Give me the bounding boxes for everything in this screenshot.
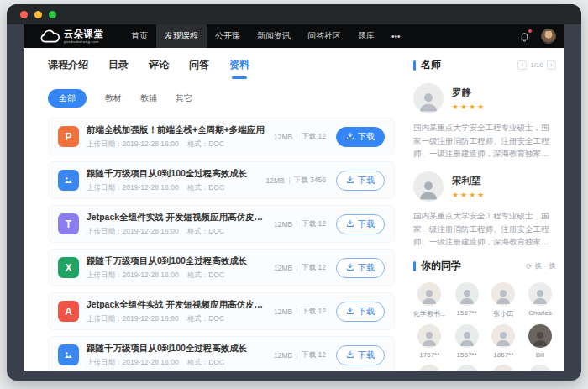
- material-meta: 上传日期：2019-12-28 16:00格式：DOC: [87, 314, 267, 324]
- classmate-avatar: [528, 365, 552, 371]
- teacher-info: 罗静 ★★★★: [452, 87, 486, 111]
- classmate-item[interactable]: 1867**: [487, 324, 519, 359]
- material-title[interactable]: 跟随千万级项目从0到100全过程高效成长: [87, 255, 247, 267]
- classmate-item[interactable]: 张小田: [487, 282, 519, 318]
- material-title[interactable]: Jetpack全组件实战 开发短视频应用高仿皮皮虾App: [87, 299, 267, 311]
- file-size: 12MB: [274, 264, 292, 272]
- classmate-item[interactable]: Summers: [487, 365, 519, 371]
- download-button[interactable]: 下载: [336, 127, 385, 147]
- teacher-avatar[interactable]: [413, 83, 444, 113]
- stats-divider: [297, 308, 297, 315]
- stats-divider: [297, 221, 297, 228]
- classmate-item[interactable]: 小熊熊: [413, 365, 446, 371]
- classmate-name: 1567**: [457, 351, 477, 359]
- pager-prev-icon[interactable]: ‹: [517, 60, 527, 70]
- tab-comments[interactable]: 评论: [149, 58, 169, 79]
- teachers-pager: ‹ 1/10 ›: [517, 60, 556, 70]
- classmate-avatar: [455, 324, 479, 348]
- nav-item-qa-community[interactable]: 问答社区: [299, 24, 349, 48]
- classmate-item[interactable]: 1567**: [451, 282, 483, 318]
- download-label: 下载: [358, 306, 375, 318]
- classmate-name: 1567**: [457, 309, 477, 317]
- download-button[interactable]: 下载: [336, 171, 385, 191]
- tab-qa[interactable]: 问答: [189, 58, 209, 79]
- teacher-top: 宋利堃 ★★★★: [413, 171, 556, 202]
- nav-item-home[interactable]: 首页: [123, 24, 156, 48]
- classmate-item[interactable]: Charles: [524, 282, 556, 318]
- material-title[interactable]: 跟随千万级项目从0到100全过程高效成长: [87, 343, 247, 355]
- upload-date: 2019-12-28 16:00: [123, 271, 179, 279]
- classmate-avatar: [491, 324, 515, 348]
- classmate-item[interactable]: 1567**: [451, 324, 483, 359]
- page-content: 课程介绍 目录 评论 问答 资料 全部 教材 教辅 其它 P: [24, 48, 564, 371]
- teacher-name[interactable]: 罗静: [452, 87, 486, 99]
- format-value: DOC: [208, 183, 224, 192]
- download-label: 下载: [358, 175, 375, 187]
- tab-course-intro[interactable]: 课程介绍: [48, 58, 88, 79]
- image-file-icon: [58, 170, 79, 191]
- nav-item-more[interactable]: •••: [383, 24, 409, 48]
- material-row: 跟随千万级项目从0到100全过程高效成长 上传日期：2019-12-28 16:…: [48, 161, 395, 199]
- teacher-info: 宋利堃 ★★★★: [452, 175, 486, 199]
- pager-next-icon[interactable]: ›: [547, 60, 556, 70]
- tab-materials[interactable]: 资料: [229, 58, 249, 79]
- window-titlebar: [7, 4, 581, 24]
- file-icon-letter: T: [66, 218, 71, 230]
- format-label: 格式：: [187, 227, 209, 235]
- nav-item-news[interactable]: 新闻资讯: [249, 24, 299, 48]
- download-icon: [346, 350, 354, 360]
- section-accent-bar: [413, 60, 416, 71]
- material-title[interactable]: 跟随千万级项目从0到100全过程高效成长: [87, 168, 247, 180]
- cloud-logo-icon: [39, 29, 60, 44]
- excel-file-icon: X: [58, 257, 79, 278]
- notification-bell-icon[interactable]: [519, 31, 530, 42]
- close-window-button[interactable]: [20, 11, 28, 18]
- material-stats: 12MB 下载 12: [274, 307, 326, 317]
- classmate-item[interactable]: 化学教书...: [413, 282, 446, 318]
- format-label: 格式：: [187, 358, 209, 366]
- nav-item-discover-courses[interactable]: 发现课程: [156, 24, 207, 48]
- classmate-item[interactable]: 九爷阿旦: [524, 365, 556, 371]
- download-button[interactable]: 下载: [336, 214, 385, 234]
- nav-item-open-class[interactable]: 公开课: [207, 24, 249, 48]
- browser-chrome: 云朵课堂 yunduoketang.com 首页 发现课程 公开课 新闻资讯 问…: [24, 24, 564, 371]
- teacher-avatar[interactable]: [413, 171, 444, 202]
- download-button[interactable]: 下载: [336, 302, 385, 322]
- classmate-item[interactable]: 1767**: [413, 324, 446, 359]
- material-title[interactable]: 前端全栈加强版！前端全栈+全周期+多端应用: [87, 124, 265, 136]
- filter-all[interactable]: 全部: [48, 89, 87, 108]
- minimize-window-button[interactable]: [34, 11, 42, 18]
- upload-date: 2019-12-28 16:00: [123, 227, 179, 235]
- filter-textbook[interactable]: 教材: [105, 92, 122, 104]
- file-size: 12MB: [266, 176, 285, 185]
- classmates-grid: 化学教书... 1567** 张小田 Charles: [413, 282, 556, 371]
- teacher-name[interactable]: 宋利堃: [452, 175, 486, 187]
- stats-divider: [297, 352, 297, 359]
- download-button[interactable]: 下载: [336, 258, 385, 278]
- download-count: 下载 12: [302, 307, 326, 317]
- material-row: T Jetpack全组件实战 开发短视频应用高仿皮皮虾App 上传日期：2019…: [48, 205, 395, 243]
- maximize-window-button[interactable]: [49, 11, 56, 18]
- filter-other[interactable]: 其它: [176, 92, 192, 104]
- refresh-classmates-button[interactable]: ⟳ 换一换: [526, 261, 556, 271]
- upload-date: 2019-12-28 16:00: [123, 183, 179, 192]
- nav-item-question-bank[interactable]: 题库: [349, 24, 383, 48]
- image-file-icon: [58, 344, 79, 365]
- classmates-section: 你的同学 ⟳ 换一换 化学教书... 1567**: [413, 259, 556, 371]
- download-button[interactable]: 下载: [336, 345, 385, 365]
- user-avatar[interactable]: [541, 29, 556, 44]
- classmate-avatar: [491, 365, 515, 371]
- material-title[interactable]: Jetpack全组件实战 开发短视频应用高仿皮皮虾App: [87, 212, 267, 223]
- upload-date: 2019-12-28 16:00: [123, 358, 179, 366]
- classmate-item[interactable]: 大笨狼: [451, 365, 483, 371]
- material-stats: 12MB 下载 12: [274, 263, 326, 273]
- format-value: DOC: [208, 314, 224, 323]
- app-logo[interactable]: 云朵课堂 yunduoketang.com: [39, 29, 104, 44]
- file-icon-letter: P: [65, 131, 71, 143]
- classmate-item[interactable]: Bill: [524, 324, 556, 359]
- format-value: DOC: [208, 139, 224, 148]
- materials-list: P 前端全栈加强版！前端全栈+全周期+多端应用 上传日期：2019-12-28 …: [48, 118, 395, 371]
- tab-catalog[interactable]: 目录: [108, 58, 129, 79]
- format-label: 格式：: [187, 314, 209, 323]
- filter-teaching-aid[interactable]: 教辅: [140, 92, 157, 104]
